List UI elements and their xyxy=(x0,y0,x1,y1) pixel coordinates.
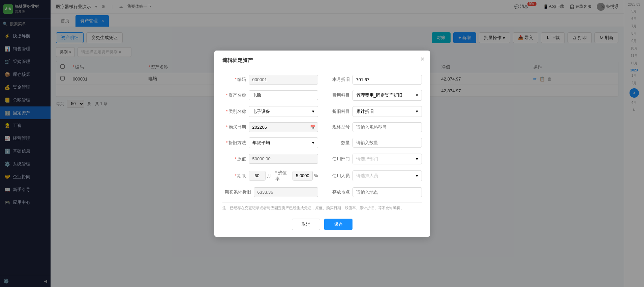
residual-rate-unit: % xyxy=(314,173,318,178)
dialog-form: *编码 本月折旧 *资产名称 费用科目 管理费用_固定资产折旧 xyxy=(222,75,422,197)
depreciation-account-field: 折旧科目 累计折旧 ▾ xyxy=(326,106,422,117)
dialog-note: 注：已经存在变更记录或者对应固定资产已经生成凭证，原值、购买日期、残值率、累计折… xyxy=(222,202,422,213)
cancel-button[interactable]: 取消 xyxy=(292,219,320,230)
this-month-depreciation-field: 本月折旧 xyxy=(326,75,422,85)
period-accumulated-field: 期初累计折旧 xyxy=(222,187,318,197)
original-value-label: *原值 xyxy=(222,156,246,162)
purchase-date-input[interactable] xyxy=(249,122,318,132)
dep-account-label: 折旧科目 xyxy=(326,108,350,115)
dialog-close-btn[interactable]: ✕ xyxy=(420,56,425,62)
residual-rate-input[interactable] xyxy=(293,171,313,181)
expense-account-field: 费用科目 管理费用_固定资产折旧 ▾ xyxy=(326,90,422,101)
save-button[interactable]: 保存 xyxy=(324,219,352,230)
period-input[interactable] xyxy=(249,171,266,181)
category-name-field: *类别名称 电子设备 ▾ xyxy=(222,106,318,117)
expense-account-dropdown-icon: ▾ xyxy=(416,93,418,98)
dep-method-field: *折旧方法 年限平均 ▾ xyxy=(222,137,318,148)
department-dropdown-icon: ▾ xyxy=(416,156,418,161)
dialog-overlay: 编辑固定资产 ✕ *编码 本月折旧 *资产名称 xyxy=(0,0,644,287)
edit-dialog: 编辑固定资产 ✕ *编码 本月折旧 *资产名称 xyxy=(214,51,430,237)
original-value-input[interactable] xyxy=(249,154,318,164)
original-value-field: *原值 xyxy=(222,154,318,164)
quantity-label: 数量 xyxy=(326,140,350,146)
code-input[interactable] xyxy=(249,75,318,85)
category-name-label: *类别名称 xyxy=(222,108,246,115)
employee-select[interactable]: 请选择人员 ▾ xyxy=(352,170,422,181)
department-select[interactable]: 请选择部门 ▾ xyxy=(352,154,422,164)
asset-name-field: *资产名称 xyxy=(222,90,318,101)
employee-dropdown-icon: ▾ xyxy=(416,173,418,178)
expense-account-label: 费用科目 xyxy=(326,92,350,98)
residual-rate-label: * 残值率 xyxy=(275,170,291,182)
spec-input[interactable] xyxy=(352,122,422,132)
code-field: *编码 xyxy=(222,75,318,85)
period-row: 月 * 残值率 % xyxy=(249,170,318,182)
quantity-input[interactable] xyxy=(352,138,422,148)
dep-account-select[interactable]: 累计折旧 ▾ xyxy=(352,106,422,117)
dialog-footer: 取消 保存 xyxy=(222,219,422,230)
category-select[interactable]: 电子设备 ▾ xyxy=(249,106,318,117)
dialog-title: 编辑固定资产 xyxy=(222,57,422,68)
employee-label: 使用人员 xyxy=(326,173,350,179)
period-unit: 月 xyxy=(267,173,271,179)
storage-label: 存放地点 xyxy=(326,189,350,195)
dep-method-label: *折旧方法 xyxy=(222,140,246,146)
department-field: 使用部门 请选择部门 ▾ xyxy=(326,154,422,164)
code-label: *编码 xyxy=(222,76,246,83)
this-month-dep-input[interactable] xyxy=(352,75,422,85)
expense-account-select[interactable]: 管理费用_固定资产折旧 ▾ xyxy=(352,90,422,101)
calendar-icon: 📅 xyxy=(310,125,315,130)
period-label: *期限 xyxy=(222,173,246,179)
period-residual-field: *期限 月 * 残值率 % xyxy=(222,170,318,182)
category-dropdown-icon: ▾ xyxy=(312,109,314,114)
spec-field: 规格型号 xyxy=(326,122,422,132)
spec-label: 规格型号 xyxy=(326,124,350,130)
purchase-date-wrapper: 📅 xyxy=(249,122,318,132)
purchase-date-label: *购买日期 xyxy=(222,124,246,130)
dep-account-dropdown-icon: ▾ xyxy=(416,109,418,114)
storage-input[interactable] xyxy=(352,187,422,197)
period-accumulated-label: 期初累计折旧 xyxy=(222,189,251,195)
this-month-dep-label: 本月折旧 xyxy=(326,76,350,83)
purchase-date-field: *购买日期 📅 xyxy=(222,122,318,132)
department-label: 使用部门 xyxy=(326,156,350,162)
employee-field: 使用人员 请选择人员 ▾ xyxy=(326,170,422,182)
asset-name-input[interactable] xyxy=(249,90,318,100)
quantity-field: 数量 xyxy=(326,137,422,148)
storage-field: 存放地点 xyxy=(326,187,422,197)
period-accumulated-input[interactable] xyxy=(254,187,318,197)
dep-method-dropdown-icon: ▾ xyxy=(312,140,314,145)
asset-name-label: *资产名称 xyxy=(222,92,246,98)
dep-method-select[interactable]: 年限平均 ▾ xyxy=(249,137,318,148)
